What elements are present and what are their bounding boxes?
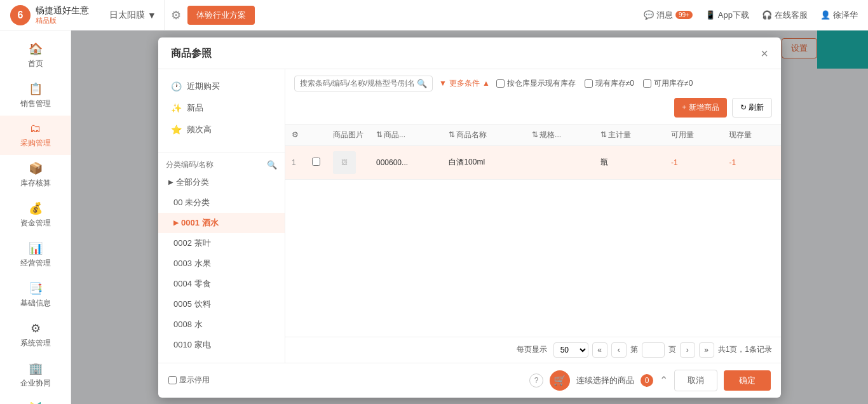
row-name-cell: 白酒100ml	[442, 145, 526, 179]
cat-uncategorized[interactable]: 00 未分类	[158, 192, 285, 213]
cart-icon[interactable]: 🛒	[550, 370, 570, 391]
product-reference-modal: 商品参照 × 🕐 近期购买 ✨	[158, 37, 781, 398]
sidebar-item-inventory[interactable]: 📦 库存核算	[0, 155, 71, 195]
cancel-btn[interactable]: 取消	[674, 370, 717, 391]
cat-wine[interactable]: ▶ 0001 酒水	[158, 213, 285, 233]
messages-nav-item[interactable]: 💬 消息 99+	[644, 10, 693, 21]
product-table: ⚙ 商品图片	[285, 125, 781, 180]
online-service-item[interactable]: 🎧 在线客服	[762, 10, 808, 21]
pagination-bar: 每页显示 20 50 100 « ‹ 第 1 页 ›	[285, 337, 781, 363]
sidebar-item-purchase[interactable]: 🗂 采购管理	[0, 116, 71, 155]
show-disabled-checkbox[interactable]: 显示停用	[168, 375, 210, 386]
warehouse-display-checkbox[interactable]: 按仓库显示现有库存	[496, 78, 576, 89]
filter-checkboxes: 按仓库显示现有库存 现有库存≠0 可用库存≠0	[496, 78, 693, 89]
collapse-icon[interactable]: ⌃	[660, 374, 668, 386]
search-icon[interactable]: 🔍	[267, 160, 277, 170]
modal-body: 🕐 近期购买 ✨ 新品 ⭐ 频次高	[158, 69, 781, 363]
cat-drink[interactable]: 0005 饮料	[158, 294, 285, 314]
image-icon: 🖼	[341, 159, 348, 166]
page-number-input[interactable]: 1	[642, 342, 665, 358]
row-code-cell: 000600...	[370, 145, 442, 179]
modal-left-panel: 🕐 近期购买 ✨ 新品 ⭐ 频次高	[158, 69, 285, 363]
col-available[interactable]: 可用量	[665, 125, 722, 146]
sort-icon: ⇅	[532, 130, 538, 139]
gear-button[interactable]: ⚙	[171, 8, 181, 22]
quick-high-frequency[interactable]: ⭐ 频次高	[166, 120, 277, 139]
user-item[interactable]: 👤 徐泽华	[820, 10, 858, 21]
cat-appliance[interactable]: 0010 家电	[158, 335, 285, 355]
sidebar-item-sales[interactable]: 📋 销售管理	[0, 76, 71, 116]
quick-recent-purchase[interactable]: 🕐 近期购买	[166, 77, 277, 96]
stock-ne0-checkbox[interactable]: 现有库存≠0	[585, 78, 634, 89]
category-list: ▶ 全部分类 00 未分类 ▶ 0001 酒水 0002 茶	[158, 172, 285, 355]
sidebar-item-system[interactable]: ⚙ 系统管理	[0, 315, 71, 355]
prev-page-btn[interactable]: ‹	[611, 342, 627, 358]
product-search-input[interactable]	[300, 79, 414, 88]
cat-snack[interactable]: 0004 零食	[158, 274, 285, 294]
logo-area: 6 畅捷通好生意 精品版	[10, 4, 89, 25]
modal-overlay: 商品参照 × 🕐 近期购买 ✨	[71, 30, 868, 404]
continuous-label: 连续选择的商品	[576, 375, 634, 386]
avail-ne0-checkbox[interactable]: 可用库存≠0	[643, 78, 693, 89]
first-page-btn[interactable]: «	[592, 342, 607, 358]
cat-fruit[interactable]: 0003 水果	[158, 253, 285, 274]
app-name: 畅捷通好生意	[36, 4, 89, 16]
left-divider	[158, 152, 285, 152]
product-table-area: ⚙ 商品图片	[285, 125, 781, 337]
cat-all[interactable]: ▶ 全部分类	[158, 172, 285, 192]
modal-title: 商品参照	[171, 47, 212, 60]
sidebar-item-capital[interactable]: 💰 资金管理	[0, 195, 71, 235]
add-product-btn[interactable]: + 新增商品	[674, 98, 726, 118]
experience-btn[interactable]: 体验行业方案	[187, 6, 255, 25]
sidebar-item-guide[interactable]: 🔰 新手引导	[0, 395, 71, 404]
chevron-down-icon: ▼	[147, 10, 156, 20]
refresh-btn[interactable]: ↻ 刷新	[732, 98, 772, 118]
row-image-cell: 🖼	[327, 145, 370, 179]
category-search-input[interactable]	[166, 160, 263, 169]
sidebar-item-basic[interactable]: 📑 基础信息	[0, 275, 71, 315]
selected-count-badge: 0	[641, 374, 653, 387]
basic-icon: 📑	[29, 281, 43, 295]
confirm-btn[interactable]: 确定	[724, 370, 771, 391]
company-dropdown[interactable]: 日太阳膜 ▼	[102, 0, 165, 30]
sidebar-item-enterprise[interactable]: 🏢 企业协同	[0, 355, 71, 395]
filter-icon: ▼	[439, 79, 447, 88]
col-unit[interactable]: ⇅ 主计量	[594, 125, 665, 146]
topnav: 6 畅捷通好生意 精品版 日太阳膜 ▼ ⚙ 体验行业方案 💬 消息 99+ 📱 …	[0, 0, 868, 30]
per-page-select[interactable]: 20 50 100	[553, 342, 588, 358]
avail-ne0-checkbox-input[interactable]	[643, 79, 651, 88]
col-spec[interactable]: ⇅ 规格...	[526, 125, 594, 146]
col-code[interactable]: ⇅ 商品...	[370, 125, 442, 146]
col-name[interactable]: ⇅ 商品名称	[442, 125, 526, 146]
stock-ne0-checkbox-input[interactable]	[585, 79, 593, 88]
cat-tea[interactable]: 0002 茶叶	[158, 233, 285, 253]
show-disabled-input[interactable]	[168, 376, 177, 384]
capital-icon: 💰	[29, 201, 43, 215]
col-settings[interactable]: ⚙	[285, 125, 306, 146]
row-checkbox-cell[interactable]	[306, 145, 327, 179]
app-download-item[interactable]: 📱 App下载	[705, 10, 749, 21]
table-row[interactable]: 1 🖼 000600... 白酒100ml	[285, 145, 781, 179]
cat-water[interactable]: 0008 水	[158, 314, 285, 335]
app-sub: 精品版	[36, 16, 89, 25]
filter-more-btn[interactable]: ▼ 更多条件 ▲	[439, 78, 490, 89]
next-page-btn[interactable]: ›	[680, 342, 695, 358]
warehouse-checkbox-input[interactable]	[496, 79, 505, 88]
row-checkbox[interactable]	[312, 158, 320, 166]
nav-right: 💬 消息 99+ 📱 App下载 🎧 在线客服 👤 徐泽华	[644, 10, 858, 21]
row-spec-cell	[526, 145, 594, 179]
content-area: 查询 设置 刷新 商品参照 × 🕐	[71, 30, 868, 404]
sidebar-item-home[interactable]: 🏠 首页	[0, 36, 71, 76]
help-button[interactable]: ?	[529, 374, 543, 387]
sidebar-item-operation[interactable]: 📊 经营管理	[0, 235, 71, 275]
col-stock[interactable]: 现存量	[722, 125, 781, 146]
quick-new-product[interactable]: ✨ 新品	[166, 98, 277, 118]
category-search-box: 🔍	[158, 158, 285, 172]
search-icon[interactable]: 🔍	[417, 79, 427, 88]
clock-icon: 🕐	[171, 81, 182, 91]
modal-close-button[interactable]: ×	[761, 46, 768, 61]
messages-badge: 99+	[675, 11, 693, 19]
last-page-btn[interactable]: »	[699, 342, 714, 358]
headset-icon: 🎧	[762, 10, 772, 20]
footer-right-actions: ? 🛒 连续选择的商品 0 ⌃ 取消 确定	[529, 370, 771, 391]
